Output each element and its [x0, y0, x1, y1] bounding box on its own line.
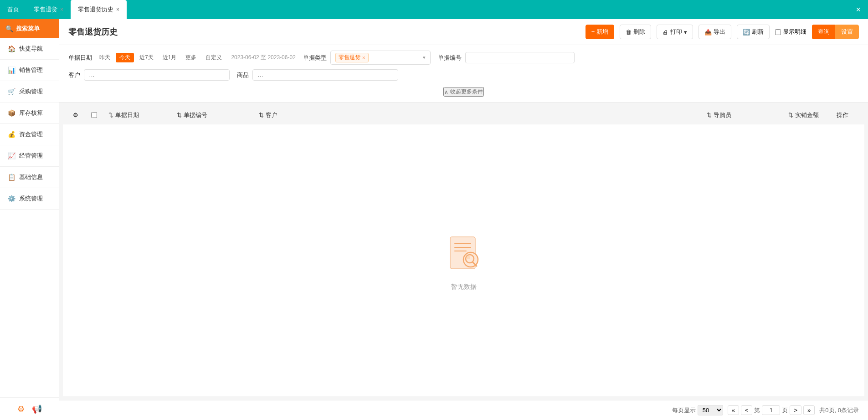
sidebar-item-sales-label: 销售管理 — [19, 66, 43, 74]
finance-icon: 💰 — [7, 130, 15, 138]
th-guide[interactable]: ⇅ 导购员 — [701, 111, 770, 119]
bill-type-tag: 零售退货 × — [335, 53, 369, 62]
customer-input[interactable] — [84, 69, 230, 81]
tab-home[interactable]: 首页 — [0, 0, 26, 19]
collapse-row: ∧ 收起更多条件 — [68, 85, 859, 97]
show-detail-label: 显示明细 — [783, 28, 806, 36]
export-button[interactable]: 📤 导出 — [699, 25, 731, 39]
header-actions: + 新增 🗑 删除 🖨 打印 ▾ 📤 导出 🔄 刷新 — [586, 25, 859, 39]
collapse-label: 收起更多条件 — [450, 88, 483, 96]
settings-button[interactable]: 设置 — [835, 25, 859, 39]
page-size-select: 每页显示 10 20 50 100 — [672, 405, 723, 415]
date-more[interactable]: 更多 — [182, 53, 200, 62]
content-area: 零售退货历史 + 新增 🗑 删除 🖨 打印 ▾ 📤 导出 🔄 — [59, 19, 868, 420]
first-page-button[interactable]: « — [728, 405, 739, 415]
date-buttons: 昨天 今天 近7天 近1月 更多 自定义 — [96, 53, 226, 62]
sidebar-item-inventory-label: 库存核算 — [19, 109, 43, 117]
th-amount-icon: ⇅ — [788, 112, 793, 118]
tab-retail-return[interactable]: 零售退货 × — [26, 0, 71, 19]
close-retail-return-history-tab[interactable]: × — [116, 6, 119, 13]
table-header: ⚙ ⇅ 单据日期 ⇅ 单据编号 ⇅ 客户 ⇅ — [63, 106, 864, 124]
sidebar-item-purchase[interactable]: 🛒 采购管理 — [0, 81, 59, 102]
quick-nav-icon: 🏠 — [7, 45, 15, 53]
date-7days[interactable]: 近7天 — [136, 53, 157, 62]
sidebar-item-sales[interactable]: 📊 销售管理 — [0, 60, 59, 81]
th-guide-label: 导购员 — [714, 111, 731, 119]
tab-retail-return-label: 零售退货 — [34, 5, 57, 14]
table-container: ⚙ ⇅ 单据日期 ⇅ 单据编号 ⇅ 客户 ⇅ — [63, 106, 864, 396]
settings-col-icon: ⚙ — [73, 112, 78, 118]
search-icon: 🔍 — [5, 25, 13, 32]
query-button[interactable]: 查询 — [812, 25, 835, 39]
tab-retail-return-history[interactable]: 零售退货历史 × — [71, 0, 127, 19]
bill-type-filter: 单据类型 零售退货 × ▾ — [303, 51, 431, 65]
inventory-icon: 📦 — [7, 109, 15, 117]
sidebar-item-purchase-label: 采购管理 — [19, 87, 43, 96]
search-bar-label: 搜索菜单 — [16, 25, 40, 33]
page-header: 零售退货历史 + 新增 🗑 删除 🖨 打印 ▾ 📤 导出 🔄 — [59, 19, 868, 45]
show-detail-checkbox[interactable] — [775, 29, 781, 35]
sales-icon: 📊 — [7, 66, 15, 74]
audio-bottom-icon[interactable]: 📢 — [32, 404, 42, 414]
refresh-label: 刷新 — [752, 28, 764, 36]
th-checkbox[interactable] — [85, 112, 103, 118]
page-unit: 页 — [782, 406, 788, 415]
bill-type-remove[interactable]: × — [362, 55, 365, 61]
th-date-label: 单据日期 — [115, 111, 139, 119]
main-layout: 🔍 搜索菜单 🏠 快捷导航 📊 销售管理 🛒 采购管理 📦 库存核算 💰 资金管… — [0, 19, 868, 420]
th-customer-icon: ⇅ — [259, 112, 264, 118]
page-nav: « < 第 页 > » — [728, 405, 815, 415]
bill-no-input[interactable] — [465, 52, 575, 63]
customer-label: 客户 — [68, 71, 80, 79]
th-customer-label: 客户 — [266, 111, 277, 119]
th-billno-label: 单据编号 — [184, 111, 207, 119]
sidebar-item-quick-nav[interactable]: 🏠 快捷导航 — [0, 38, 59, 60]
th-date[interactable]: ⇅ 单据日期 — [103, 111, 171, 119]
th-settings[interactable]: ⚙ — [67, 112, 85, 118]
sidebar-item-basic-info[interactable]: 📋 基础信息 — [0, 167, 59, 188]
print-button[interactable]: 🖨 打印 ▾ — [657, 25, 693, 39]
page-number-input[interactable] — [762, 405, 780, 415]
select-all-checkbox[interactable] — [91, 112, 97, 118]
sidebar-item-basic-info-label: 基础信息 — [19, 173, 43, 181]
bill-no-filter: 单据编号 — [438, 52, 575, 63]
close-retail-return-tab[interactable]: × — [60, 6, 63, 13]
date-filter: 单据日期 昨天 今天 近7天 近1月 更多 自定义 2023-06-02 至 2… — [68, 53, 296, 62]
bill-no-label: 单据编号 — [438, 54, 462, 62]
date-today[interactable]: 今天 — [116, 53, 134, 62]
th-amount-label: 实销金额 — [795, 111, 819, 119]
collapse-button[interactable]: ∧ 收起更多条件 — [443, 87, 484, 97]
th-billno[interactable]: ⇅ 单据编号 — [171, 111, 253, 119]
date-1month[interactable]: 近1月 — [159, 53, 180, 62]
page-size-dropdown[interactable]: 10 20 50 100 — [698, 405, 723, 415]
th-amount[interactable]: ⇅ 实销金额 — [770, 111, 824, 119]
collapse-icon: ∧ — [444, 89, 448, 95]
sidebar-item-operations[interactable]: 📈 经营管理 — [0, 145, 59, 167]
last-page-button[interactable]: » — [803, 405, 815, 415]
goods-input[interactable] — [252, 69, 398, 81]
refresh-button[interactable]: 🔄 刷新 — [737, 25, 770, 39]
sidebar-item-inventory[interactable]: 📦 库存核算 — [0, 102, 59, 124]
show-detail-checkbox-label[interactable]: 显示明细 — [775, 28, 806, 36]
next-page-button[interactable]: > — [790, 405, 801, 415]
th-customer[interactable]: ⇅ 客户 — [253, 111, 701, 119]
delete-button[interactable]: 🗑 删除 — [620, 25, 651, 39]
page-size-label: 每页显示 — [672, 406, 696, 415]
prev-page-button[interactable]: < — [741, 405, 753, 415]
bill-type-select[interactable]: 零售退货 × ▾ — [330, 51, 431, 65]
search-bar[interactable]: 🔍 搜索菜单 — [0, 19, 59, 38]
bill-type-chevron: ▾ — [423, 55, 426, 61]
export-label: 导出 — [714, 28, 725, 36]
empty-text: 暂无数据 — [451, 283, 477, 291]
sidebar-item-system[interactable]: ⚙️ 系统管理 — [0, 188, 59, 210]
sidebar-item-finance[interactable]: 💰 资金管理 — [0, 124, 59, 145]
close-window-icon[interactable]: × — [856, 5, 861, 15]
date-custom[interactable]: 自定义 — [202, 53, 226, 62]
add-button[interactable]: + 新增 — [586, 25, 614, 39]
export-icon: 📤 — [704, 29, 712, 36]
settings-bottom-icon[interactable]: ⚙ — [17, 404, 25, 414]
date-yesterday[interactable]: 昨天 — [96, 53, 114, 62]
bill-type-value: 零售退货 — [339, 54, 360, 61]
sidebar: 🔍 搜索菜单 🏠 快捷导航 📊 销售管理 🛒 采购管理 📦 库存核算 💰 资金管… — [0, 19, 59, 420]
svg-point-7 — [467, 256, 470, 259]
